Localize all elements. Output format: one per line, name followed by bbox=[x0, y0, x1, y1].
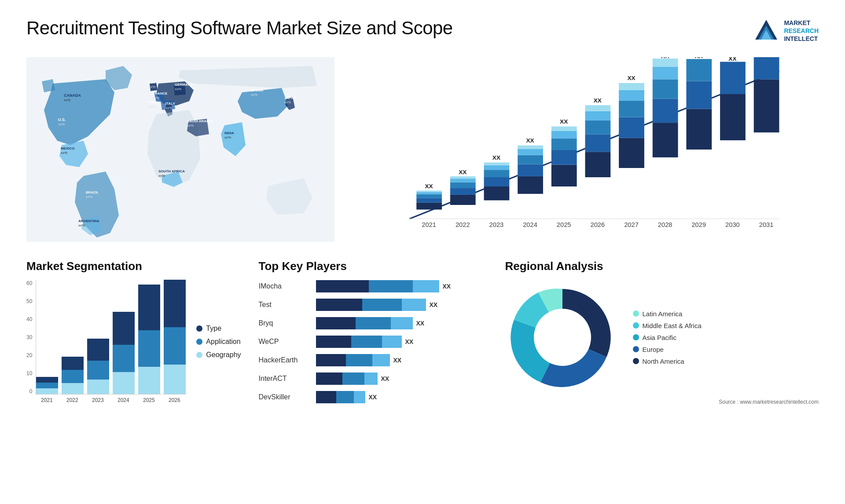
svg-text:XX: XX bbox=[492, 154, 500, 161]
list-item: HackerEarth XX bbox=[259, 354, 488, 366]
svg-text:2021: 2021 bbox=[422, 221, 436, 228]
svg-rect-47 bbox=[450, 176, 476, 179]
svg-text:SOUTH AFRICA: SOUTH AFRICA bbox=[158, 169, 185, 173]
asia-pacific-dot bbox=[633, 334, 639, 340]
top-section: CANADA xx% U.S. xx% MEXICO xx% BRAZIL xx… bbox=[26, 57, 819, 242]
list-item: IMocha XX bbox=[259, 280, 488, 292]
svg-rect-52 bbox=[484, 165, 510, 170]
svg-rect-46 bbox=[450, 179, 476, 182]
svg-rect-44 bbox=[450, 188, 476, 195]
svg-text:BRAZIL: BRAZIL bbox=[86, 190, 99, 194]
svg-text:xx%: xx% bbox=[224, 135, 231, 139]
svg-text:2031: 2031 bbox=[759, 221, 774, 228]
list-item: DevSkiller XX bbox=[259, 391, 488, 403]
bar-chart-container: XX XX XX XX bbox=[352, 57, 819, 242]
legend-type-dot bbox=[196, 325, 202, 332]
svg-rect-49 bbox=[484, 186, 510, 201]
regional-legend: Latin America Middle East & Africa Asia … bbox=[633, 310, 702, 365]
svg-rect-38 bbox=[416, 198, 442, 203]
legend-geography-dot bbox=[196, 352, 202, 358]
svg-text:XX: XX bbox=[425, 183, 433, 190]
svg-text:ITALY: ITALY bbox=[165, 102, 175, 106]
svg-text:2022: 2022 bbox=[456, 221, 470, 228]
svg-rect-64 bbox=[551, 131, 577, 139]
svg-text:xx%: xx% bbox=[78, 223, 85, 227]
svg-rect-77 bbox=[619, 83, 644, 90]
legend-north-america: North America bbox=[633, 358, 702, 365]
svg-rect-90 bbox=[720, 62, 746, 95]
svg-text:CANADA: CANADA bbox=[64, 93, 81, 98]
legend-application-dot bbox=[196, 339, 202, 345]
svg-text:2030: 2030 bbox=[725, 221, 740, 228]
svg-rect-76 bbox=[619, 90, 644, 101]
svg-text:xx%: xx% bbox=[153, 96, 159, 100]
svg-rect-57 bbox=[518, 155, 543, 164]
bar-chart-svg: XX XX XX XX bbox=[361, 57, 819, 242]
svg-rect-92 bbox=[754, 79, 779, 132]
legend-europe: Europe bbox=[633, 346, 702, 353]
svg-rect-56 bbox=[518, 164, 543, 176]
svg-rect-87 bbox=[686, 59, 712, 81]
svg-rect-45 bbox=[450, 183, 476, 188]
players-section: Top Key Players IMocha XX Test bbox=[259, 259, 505, 409]
svg-text:FRANCE: FRANCE bbox=[153, 91, 168, 95]
svg-text:CHINA: CHINA bbox=[251, 88, 264, 92]
svg-rect-41 bbox=[416, 190, 442, 192]
svg-rect-82 bbox=[653, 67, 678, 79]
segmentation-section: Market Segmentation 60 50 40 30 20 10 0 bbox=[26, 259, 259, 403]
legend-middle-east-africa: Middle East & Africa bbox=[633, 322, 702, 329]
svg-text:xx%: xx% bbox=[187, 124, 194, 128]
svg-text:xx%: xx% bbox=[61, 151, 67, 155]
svg-text:INDIA: INDIA bbox=[224, 131, 234, 135]
svg-text:XX: XX bbox=[762, 57, 770, 58]
svg-text:XX: XX bbox=[695, 57, 703, 59]
svg-text:XX: XX bbox=[661, 57, 669, 59]
list-item: WeCP XX bbox=[259, 336, 488, 348]
svg-text:2029: 2029 bbox=[691, 221, 706, 228]
list-item: Test XX bbox=[259, 299, 488, 311]
list-item: Bryq XX bbox=[259, 317, 488, 329]
svg-rect-55 bbox=[518, 176, 543, 194]
logo-icon bbox=[753, 18, 779, 44]
svg-rect-93 bbox=[754, 57, 779, 79]
svg-text:2027: 2027 bbox=[624, 221, 639, 228]
svg-rect-79 bbox=[653, 123, 678, 157]
page-title: Recruitment Testing Software Market Size… bbox=[26, 18, 453, 39]
svg-text:2023: 2023 bbox=[489, 221, 504, 228]
svg-rect-83 bbox=[653, 58, 678, 67]
svg-text:xx%: xx% bbox=[251, 93, 257, 97]
latin-america-dot bbox=[633, 310, 639, 317]
svg-rect-85 bbox=[686, 109, 712, 150]
svg-rect-70 bbox=[585, 111, 611, 121]
svg-text:2025: 2025 bbox=[557, 221, 571, 228]
svg-text:JAPAN: JAPAN bbox=[284, 96, 296, 100]
svg-rect-68 bbox=[585, 134, 611, 152]
svg-rect-50 bbox=[484, 177, 510, 186]
svg-rect-75 bbox=[619, 101, 644, 117]
map-svg: CANADA xx% U.S. xx% MEXICO xx% BRAZIL xx… bbox=[26, 57, 334, 242]
svg-text:XX: XX bbox=[560, 118, 568, 125]
svg-text:ARGENTINA: ARGENTINA bbox=[78, 219, 99, 223]
svg-text:xx%: xx% bbox=[149, 105, 155, 109]
svg-rect-40 bbox=[416, 192, 442, 194]
svg-rect-74 bbox=[619, 117, 644, 138]
svg-rect-43 bbox=[450, 195, 476, 205]
svg-text:xx%: xx% bbox=[64, 98, 70, 102]
svg-text:xx%: xx% bbox=[175, 87, 181, 91]
svg-rect-53 bbox=[484, 162, 510, 165]
svg-rect-51 bbox=[484, 170, 510, 177]
segmentation-title: Market Segmentation bbox=[26, 259, 241, 273]
svg-text:U.S.: U.S. bbox=[58, 117, 66, 122]
svg-rect-71 bbox=[585, 105, 611, 111]
svg-text:XX: XX bbox=[728, 57, 736, 62]
svg-rect-89 bbox=[720, 94, 746, 140]
north-america-dot bbox=[633, 358, 639, 364]
svg-rect-65 bbox=[551, 127, 577, 131]
svg-text:xx%: xx% bbox=[165, 106, 172, 110]
donut-chart bbox=[505, 280, 620, 394]
svg-text:SPAIN: SPAIN bbox=[149, 100, 159, 104]
svg-rect-59 bbox=[518, 146, 543, 149]
svg-rect-80 bbox=[653, 99, 678, 123]
europe-dot bbox=[633, 346, 639, 352]
svg-rect-58 bbox=[518, 149, 543, 155]
